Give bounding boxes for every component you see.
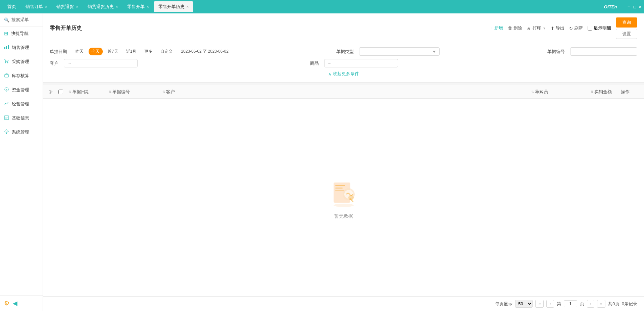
query-button[interactable]: 查询 [616, 17, 637, 28]
tab-sales-return-history[interactable]: 销货退货历史 × [83, 1, 122, 12]
add-button[interactable]: + 新增 [491, 25, 503, 31]
settings-footer-icon[interactable]: ⚙ [4, 300, 9, 307]
date-btn-7days[interactable]: 近7天 [105, 48, 121, 55]
first-page-btn[interactable]: « [535, 300, 544, 308]
svg-point-3 [5, 62, 6, 63]
table-header: ⇅ 单据日期 ⇅ 单据编号 ⇅ 客户 ⇅ 导购员 ⇅ 实销金额 [43, 85, 644, 99]
print-button[interactable]: 🖨 打印 ▼ [527, 25, 546, 31]
sidebar-item-basic-info[interactable]: 基础信息 [0, 111, 43, 125]
print-dropdown-icon[interactable]: ▼ [543, 27, 546, 30]
purchase-mgmt-icon [4, 59, 9, 65]
collapse-icon: ∧ [328, 71, 332, 76]
sort-icon-billno[interactable]: ⇅ [109, 90, 111, 94]
customer-label: 客户 [50, 60, 58, 66]
page-input[interactable] [564, 300, 577, 307]
prev-page-btn[interactable]: ‹ [546, 300, 554, 308]
date-btn-1month[interactable]: 近1月 [123, 48, 140, 55]
sidebar: 🔍 搜索采单 ⊞ 快捷导航 销售管理 采购管理 库存核算 [0, 13, 43, 311]
bill-type-label: 单据类型 [336, 49, 354, 55]
date-btn-more[interactable]: 更多 [141, 48, 155, 55]
sales-mgmt-icon [4, 45, 9, 51]
close-tab-sales-return-history[interactable]: × [116, 5, 118, 9]
collapse-sidebar-icon[interactable]: ◀ [13, 300, 17, 307]
last-page-btn[interactable]: » [597, 300, 605, 308]
export-icon: ⬆ [551, 26, 554, 31]
svg-rect-8 [4, 116, 9, 119]
export-button[interactable]: ⬆ 导出 [551, 25, 564, 31]
sidebar-item-operations[interactable]: 经营管理 [0, 97, 43, 111]
tab-home[interactable]: 首页 [3, 1, 21, 12]
tab-bar: 首页 销售订单 × 销货退货 × 销货退货历史 × 零售开单 × 零售开单历史 … [0, 0, 644, 13]
basic-info-icon [4, 115, 9, 121]
tab-retail-open-history[interactable]: 零售开单历史 × [154, 1, 193, 12]
svg-point-4 [7, 62, 8, 63]
th-customer: ⇅ 客户 [162, 89, 531, 95]
sidebar-item-sales-mgmt[interactable]: 销售管理 [0, 41, 43, 55]
th-date: ⇅ 单据日期 [68, 89, 109, 95]
delete-button[interactable]: 🗑 删除 [508, 25, 522, 31]
system-icon [4, 129, 9, 135]
filter-area: 单据日期 昨天 今天 近7天 近1月 更多 自定义 2023-06-02 至 2… [43, 43, 644, 83]
sidebar-item-finance[interactable]: ¥ 资金管理 [0, 83, 43, 97]
bill-no-input[interactable] [570, 47, 637, 56]
filter-settings-button[interactable]: 设置 [616, 29, 637, 39]
th-amount: ⇅ 实销金额 [572, 89, 612, 95]
sidebar-item-inventory[interactable]: 库存核算 [0, 69, 43, 83]
select-all-checkbox[interactable] [58, 90, 63, 94]
tab-sales-return[interactable]: 销货退货 × [52, 1, 83, 12]
filter-row-1: 单据日期 昨天 今天 近7天 近1月 更多 自定义 2023-06-02 至 2… [50, 47, 637, 56]
content-area: 零售开单历史 + 新增 🗑 删除 🖨 打印 ▼ ⬆ 导出 ↻ 刷新 [43, 13, 644, 311]
close-tab-sales-order[interactable]: × [45, 5, 47, 9]
close-tab-retail-open[interactable]: × [147, 5, 149, 9]
sidebar-search[interactable]: 🔍 搜索采单 [0, 13, 43, 27]
sidebar-item-quick-nav[interactable]: ⊞ 快捷导航 [0, 27, 43, 41]
sidebar-item-system[interactable]: 系统管理 [0, 125, 43, 139]
sidebar-item-purchase-mgmt[interactable]: 采购管理 [0, 55, 43, 69]
minimize-btn[interactable]: － [627, 4, 631, 10]
svg-rect-0 [4, 47, 5, 49]
close-tab-sales-return[interactable]: × [76, 5, 78, 9]
refresh-button[interactable]: ↻ 刷新 [569, 25, 583, 31]
page-title: 零售开单历史 [50, 25, 82, 36]
th-check[interactable] [58, 90, 68, 94]
close-btn[interactable]: × [639, 4, 641, 9]
tab-sales-order[interactable]: 销售订单 × [21, 1, 52, 12]
per-page-select[interactable]: 50 10 20 100 [515, 300, 533, 308]
bill-type-select[interactable] [359, 47, 440, 56]
sort-icon-customer[interactable]: ⇅ [162, 90, 165, 94]
window-controls: OfTEn － □ × [604, 4, 641, 10]
toolbar: + 新增 🗑 删除 🖨 打印 ▼ ⬆ 导出 ↻ 刷新 显示明细 [491, 17, 637, 43]
refresh-icon: ↻ [569, 26, 573, 31]
svg-point-11 [6, 131, 7, 133]
display-detail-toggle[interactable]: 显示明细 [588, 25, 611, 31]
date-btn-custom[interactable]: 自定义 [157, 48, 176, 55]
sort-icon-date[interactable]: ⇅ [68, 90, 71, 94]
table-area: ⇅ 单据日期 ⇅ 单据编号 ⇅ 客户 ⇅ 导购员 ⇅ 实销金额 [43, 85, 644, 296]
maximize-btn[interactable]: □ [634, 4, 636, 9]
date-btn-today[interactable]: 今天 [89, 48, 103, 55]
next-page-btn[interactable]: › [587, 300, 594, 308]
page-header: 零售开单历史 + 新增 🗑 删除 🖨 打印 ▼ ⬆ 导出 ↻ 刷新 [43, 13, 644, 43]
svg-rect-17 [335, 190, 344, 191]
svg-point-13 [334, 204, 354, 207]
th-settings[interactable] [48, 90, 58, 94]
table-body: 暂无数据 [43, 99, 644, 296]
filter-row-2: 客户 商品 [50, 59, 637, 67]
svg-rect-15 [335, 185, 345, 186]
display-detail-checkbox[interactable] [588, 26, 592, 31]
customer-input[interactable] [64, 59, 138, 67]
th-action: 操作 [612, 89, 639, 95]
svg-rect-1 [6, 46, 7, 49]
sort-icon-guide[interactable]: ⇅ [531, 90, 534, 94]
sort-icon-amount[interactable]: ⇅ [591, 90, 593, 94]
sidebar-footer: ⚙ ◀ [0, 295, 43, 311]
collapse-filter-btn[interactable]: ∧ 收起更多条件 [50, 71, 637, 77]
total-info: 共0页, 0条记录 [608, 301, 637, 307]
goods-input[interactable] [324, 59, 398, 67]
svg-rect-2 [8, 45, 9, 49]
date-btn-yesterday[interactable]: 昨天 [72, 48, 87, 55]
close-tab-retail-open-history[interactable]: × [187, 5, 189, 9]
quick-nav-icon: ⊞ [4, 31, 8, 37]
tab-retail-open[interactable]: 零售开单 × [122, 1, 153, 12]
print-icon: 🖨 [527, 26, 531, 31]
